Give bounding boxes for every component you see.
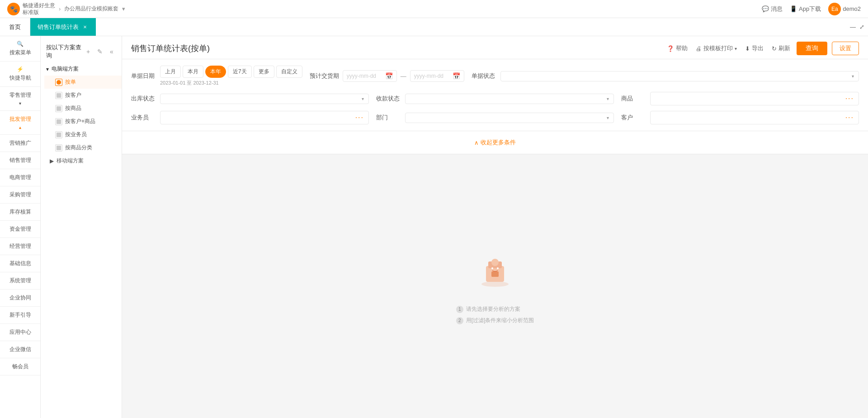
left-panel-header-actions: + ✎ «: [84, 47, 116, 56]
scheme-by-customer[interactable]: 按客户: [44, 89, 122, 102]
help-button[interactable]: ❓ 帮助: [665, 44, 689, 52]
avatar: Ea: [828, 3, 841, 15]
collapse-row: ∧ 收起更多条件: [122, 131, 868, 154]
filter-area: 单据日期 上月 本月 本年 近7天 更多 自定义 2023-01-01 至 20…: [122, 59, 868, 131]
calendar-icon-end: 📅: [453, 72, 460, 80]
scheme-icon-customer-product: [55, 118, 62, 125]
minimize-icon[interactable]: —: [850, 24, 856, 30]
salesperson-more-dots[interactable]: ···: [355, 114, 364, 122]
scheme-by-customer-product[interactable]: 按客户+商品: [44, 115, 122, 128]
salesperson-select[interactable]: ···: [160, 111, 369, 124]
user-menu[interactable]: Ea demo2: [828, 3, 861, 15]
scheme-icon-order: [55, 79, 62, 86]
scheme-icon-customer: [55, 92, 62, 99]
left-panel-header: 按以下方案查询 + ✎ «: [41, 41, 122, 62]
sidebar-item-ecommerce[interactable]: 电商管理: [0, 169, 40, 186]
scheme-by-product[interactable]: 按商品: [44, 102, 122, 115]
sidebar: 🔍 搜索菜单 ⚡ 快捷导航 零售管理 ▾ 批发管理 ▴ 营销推广 销售管理 电商…: [0, 36, 41, 418]
sidebar-item-newuser[interactable]: 新手引导: [0, 307, 40, 324]
dept-group: 部门 ▾: [376, 113, 614, 123]
product-select[interactable]: ···: [650, 92, 859, 105]
sidebar-item-wechat[interactable]: 企业微信: [0, 341, 40, 358]
mobile-group-label[interactable]: ▶ 移动端方案: [41, 154, 122, 167]
collapse-button[interactable]: ∧ 收起更多条件: [474, 138, 516, 147]
sidebar-quick-nav[interactable]: ⚡ 快捷导航: [0, 62, 40, 87]
edit-scheme-button[interactable]: ✎: [95, 47, 104, 56]
tab-active[interactable]: 销售订单统计表 ×: [30, 18, 96, 36]
sidebar-item-system[interactable]: 系统管理: [0, 272, 40, 290]
print-button[interactable]: 🖨 按模板打印 ▾: [694, 44, 739, 52]
breadcrumb-dropdown-icon[interactable]: ▾: [122, 5, 125, 12]
add-scheme-button[interactable]: +: [84, 47, 93, 56]
expected-date-start[interactable]: yyyy-mm-dd 📅: [343, 70, 397, 82]
receipt-status-label: 收款状态: [376, 95, 401, 103]
mobile-group-arrow: ▶: [50, 158, 54, 164]
app-download-button[interactable]: 📱 App下载: [790, 5, 821, 13]
tab-home[interactable]: 首页: [0, 18, 30, 36]
custom-btn[interactable]: 自定义: [276, 66, 302, 78]
refresh-button[interactable]: ↻ 刷新: [770, 44, 792, 52]
status-select[interactable]: ▾: [500, 71, 859, 81]
scheme-by-salesperson[interactable]: 按业务员: [44, 128, 122, 141]
sidebar-item-inventory[interactable]: 库存核算: [0, 204, 40, 221]
scheme-by-product-category[interactable]: 按商品分类: [44, 141, 122, 154]
sidebar-item-marketing[interactable]: 营销推广: [0, 135, 40, 152]
top-bar-left: 🐾 畅捷通好生意 标准版 › 办公用品行业模拟账套 ▾: [7, 2, 125, 15]
sidebar-item-sales[interactable]: 销售管理: [0, 152, 40, 169]
svg-rect-3: [57, 119, 61, 124]
collapse-panel-button[interactable]: «: [107, 47, 116, 56]
search-icon: 🔍: [17, 41, 24, 47]
sidebar-item-operations[interactable]: 经营管理: [0, 238, 40, 255]
calendar-icon-start: 📅: [385, 72, 393, 80]
logo-area: 🐾 畅捷通好生意 标准版: [7, 2, 55, 15]
sidebar-search[interactable]: 🔍 搜索菜单: [0, 36, 40, 62]
sidebar-item-basic-info[interactable]: 基础信息: [0, 255, 40, 272]
message-button[interactable]: 💬 消息: [762, 5, 783, 13]
this-month-btn[interactable]: 本月: [183, 66, 203, 78]
date-range-display: 2023-01-01 至 2023-12-31: [160, 80, 302, 86]
tab-close-button[interactable]: ×: [81, 24, 89, 31]
this-year-btn[interactable]: 本年: [205, 66, 226, 78]
receipt-status-select[interactable]: ▾: [405, 94, 614, 104]
sidebar-item-wholesale[interactable]: 批发管理 ▴: [0, 111, 40, 135]
sidebar-item-member[interactable]: 畅会员: [0, 358, 40, 375]
sidebar-item-enterprise[interactable]: 企业协同: [0, 290, 40, 307]
product-group: 商品 ···: [621, 92, 859, 105]
svg-point-11: [491, 267, 493, 269]
customer-more-dots[interactable]: ···: [845, 114, 854, 122]
last-month-btn[interactable]: 上月: [160, 66, 181, 78]
expected-date-group: 预计交货期 yyyy-mm-dd 📅 — yyyy-mm-dd 📅: [310, 70, 464, 82]
sidebar-item-apps[interactable]: 应用中心: [0, 324, 40, 341]
dept-label: 部门: [376, 114, 401, 122]
customer-select[interactable]: ···: [650, 111, 859, 124]
more-btn[interactable]: 更多: [254, 66, 274, 78]
sidebar-item-purchase[interactable]: 采购管理: [0, 186, 40, 204]
out-status-select[interactable]: ▾: [160, 94, 369, 104]
scheme-by-order[interactable]: 按单: [44, 76, 122, 89]
pc-group-arrow: ▾: [46, 66, 49, 72]
left-panel: 按以下方案查询 + ✎ « ▾ 电脑端方案: [41, 36, 122, 418]
svg-rect-5: [57, 146, 61, 150]
last7-btn[interactable]: 近7天: [228, 66, 252, 78]
scheme-list: 按单 按客户 按商品: [41, 76, 122, 154]
product-more-dots[interactable]: ···: [845, 95, 854, 103]
settings-button[interactable]: 设置: [832, 42, 859, 55]
dept-select[interactable]: ▾: [405, 113, 614, 123]
query-button[interactable]: 查询: [797, 42, 827, 55]
salesperson-label: 业务员: [131, 114, 156, 122]
nav-icon: ⚡: [17, 66, 24, 72]
sidebar-item-retail[interactable]: 零售管理 ▾: [0, 87, 40, 111]
date-label: 单据日期: [131, 72, 156, 80]
export-button[interactable]: ⬇ 导出: [743, 44, 765, 52]
sidebar-item-finance[interactable]: 资金管理: [0, 221, 40, 238]
pc-group-label[interactable]: ▾ 电脑端方案: [41, 62, 122, 76]
page-title: 销售订单统计表(按单): [131, 43, 210, 54]
scheme-icon-product-category: [55, 144, 62, 152]
message-icon: 💬: [762, 5, 769, 12]
maximize-icon[interactable]: ⤢: [859, 24, 864, 30]
expected-date-end[interactable]: yyyy-mm-dd 📅: [410, 70, 464, 82]
svg-point-0: [57, 80, 61, 85]
svg-point-9: [491, 259, 499, 266]
hint-num-1: 1: [456, 306, 463, 313]
empty-illustration: [472, 248, 518, 294]
